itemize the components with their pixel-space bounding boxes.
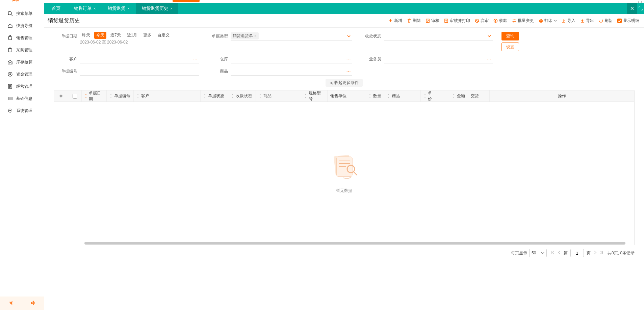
- delete-button[interactable]: 删除: [407, 18, 421, 24]
- th-delivery[interactable]: 交货: [468, 90, 490, 102]
- warehouse-select[interactable]: ···: [231, 55, 352, 63]
- batch-change-button[interactable]: 批量变更: [512, 18, 534, 24]
- th-spec[interactable]: 规格型号: [301, 90, 328, 102]
- gear-icon[interactable]: [8, 300, 14, 307]
- sidebar-item-sales[interactable]: 销售管理: [0, 32, 44, 44]
- sort-icon: [136, 94, 140, 98]
- import-button[interactable]: 导入: [562, 18, 575, 24]
- brand-area: 体验: [0, 0, 44, 3]
- recv-status-label: 收款状态: [358, 32, 381, 39]
- audit-print-button[interactable]: 审核并打印: [444, 18, 470, 24]
- sidebar: 体验 搜索菜单 快捷导航 销售管理 采购管理 库存核算: [0, 0, 44, 310]
- th-goods[interactable]: 商品: [256, 90, 301, 102]
- sidebar-item-system[interactable]: 系统管理: [0, 105, 44, 117]
- printer-icon: [539, 19, 543, 23]
- refresh-button[interactable]: 刷新: [599, 18, 613, 24]
- th-price[interactable]: 单价: [421, 90, 438, 102]
- sidebar-item-label: 系统管理: [16, 108, 32, 114]
- receive-button[interactable]: 收款: [493, 18, 507, 24]
- brand-text: 体验: [12, 0, 19, 2]
- swap-icon: [512, 19, 516, 23]
- audit-button[interactable]: 审核: [426, 18, 439, 24]
- sidebar-item-label: 基础信息: [16, 96, 32, 102]
- close-icon[interactable]: ×: [170, 6, 172, 10]
- date-tab-yesterday[interactable]: 昨天: [80, 32, 92, 39]
- page-size-select[interactable]: 50: [529, 249, 547, 257]
- svg-point-5: [8, 109, 12, 112]
- th-recv-status[interactable]: 收款状态: [228, 90, 256, 102]
- sidebar-item-label: 快捷导航: [16, 23, 32, 29]
- th-action: 操作: [490, 90, 634, 102]
- th-gift[interactable]: 赠品: [384, 90, 421, 102]
- close-icon[interactable]: ×: [127, 6, 129, 10]
- sidebar-item-label: 库存核算: [16, 59, 32, 65]
- doc-type-select[interactable]: 销货退货单 ×: [231, 32, 352, 40]
- sidebar-item-label: 采购管理: [16, 47, 32, 53]
- sidebar-item-search-menu[interactable]: 搜索菜单: [0, 7, 44, 20]
- fullscreen-icon[interactable]: [638, 0, 642, 3]
- table-settings-button[interactable]: [54, 90, 68, 102]
- trash-icon: [407, 19, 411, 23]
- sidebar-item-basic[interactable]: 基础信息: [0, 92, 44, 105]
- show-detail-toggle[interactable]: 显示明细: [617, 18, 639, 24]
- tab-home[interactable]: 首页: [44, 3, 68, 14]
- new-button[interactable]: 新增: [388, 18, 402, 24]
- coin-icon: [493, 19, 498, 23]
- expand-tabs-button[interactable]: [637, 3, 644, 14]
- prev-page-button[interactable]: [557, 251, 561, 255]
- date-tab-recent-month[interactable]: 近1月: [125, 32, 139, 39]
- chevron-double-up-icon: [330, 81, 333, 85]
- date-tab-recent7[interactable]: 近7天: [108, 32, 123, 39]
- date-tab-custom[interactable]: 自定义: [155, 32, 172, 39]
- horizontal-scrollbar[interactable]: [54, 242, 634, 245]
- export-button[interactable]: 导出: [580, 18, 594, 24]
- goods-select[interactable]: ···: [231, 67, 352, 76]
- next-page-button[interactable]: [593, 251, 597, 255]
- tab-sales-return-history[interactable]: 销货退货历史 ×: [136, 3, 178, 14]
- th-doc-no[interactable]: 单据编号: [107, 90, 134, 102]
- bag-icon: [7, 35, 13, 40]
- abandon-button[interactable]: 弃审: [475, 18, 489, 24]
- th-doc-date[interactable]: 单据日期: [82, 90, 107, 102]
- close-icon[interactable]: ×: [94, 6, 96, 10]
- first-page-button[interactable]: [551, 251, 555, 255]
- th-doc-status[interactable]: 单据状态: [201, 90, 228, 102]
- date-tab-more[interactable]: 更多: [141, 32, 153, 39]
- print-button[interactable]: 打印: [539, 18, 557, 24]
- chevron-down-icon: [541, 251, 544, 255]
- sidebar-item-finance[interactable]: 资金管理: [0, 68, 44, 80]
- sidebar-item-operation[interactable]: 经营管理: [0, 80, 44, 92]
- th-qty[interactable]: 数量: [364, 90, 384, 102]
- th-amount[interactable]: 金额: [438, 90, 468, 102]
- last-page-button[interactable]: [600, 251, 603, 255]
- pagination: 每页显示 50 第 页 共0页, 0条记录: [44, 245, 644, 261]
- settings-button[interactable]: 设置: [501, 43, 519, 51]
- tab-sales-return[interactable]: 销货退货 ×: [102, 3, 135, 14]
- scrollbar-thumb[interactable]: [84, 242, 625, 245]
- sidebar-item-inventory[interactable]: 库存核算: [0, 56, 44, 68]
- date-tab-today[interactable]: 今天: [94, 32, 106, 39]
- staff-select[interactable]: ···: [384, 55, 493, 63]
- query-button[interactable]: 查询: [501, 32, 519, 40]
- list-icon: [7, 84, 13, 89]
- th-sale-unit[interactable]: 销售单位: [328, 90, 364, 102]
- tab-sales-order[interactable]: 销售订单 ×: [68, 3, 102, 14]
- th-customer[interactable]: 客户: [134, 90, 201, 102]
- page-input[interactable]: [570, 249, 584, 257]
- doc-no-input[interactable]: [80, 67, 199, 76]
- clipboard-icon: [7, 47, 13, 53]
- volume-icon[interactable]: [30, 300, 36, 307]
- recv-status-select[interactable]: [384, 32, 493, 40]
- customer-select[interactable]: ···: [80, 55, 199, 63]
- sort-icon: [231, 94, 234, 98]
- ban-icon: [475, 19, 479, 23]
- goods-label: 商品: [204, 67, 228, 74]
- chip-remove-icon[interactable]: ×: [254, 34, 257, 38]
- search-icon: [7, 11, 13, 16]
- select-all-checkbox[interactable]: [68, 90, 82, 102]
- close-all-tabs-button[interactable]: [627, 3, 637, 14]
- sidebar-item-quick-nav[interactable]: 快捷导航: [0, 20, 44, 32]
- sidebar-item-purchase[interactable]: 采购管理: [0, 44, 44, 56]
- collapse-filters-button[interactable]: 收起更多条件: [326, 79, 363, 87]
- tab-label: 销售订单: [74, 5, 92, 11]
